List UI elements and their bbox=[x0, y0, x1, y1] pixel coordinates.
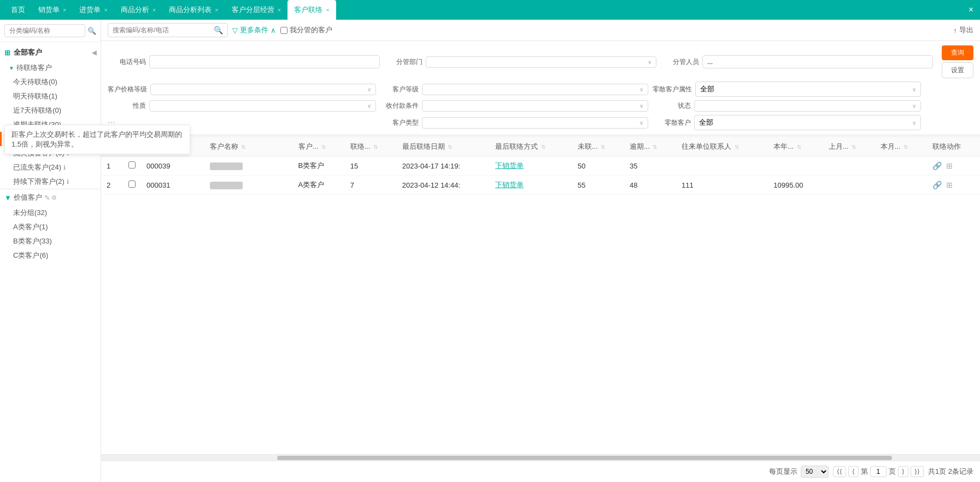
customer-name-blurred bbox=[210, 182, 243, 189]
tab-close-icon[interactable]: × bbox=[215, 7, 218, 13]
price-level-select[interactable]: ∨ bbox=[150, 84, 376, 95]
last-page-button[interactable]: ⟩⟩ bbox=[911, 466, 924, 477]
filter-nature: 性质 ∨ bbox=[108, 100, 376, 112]
cell-level: B类客户 bbox=[293, 156, 345, 176]
page-number-input[interactable] bbox=[870, 466, 887, 477]
col-last-contact-type[interactable]: 最后联络方式 ⇅ bbox=[490, 137, 572, 156]
cell-last-contact-type[interactable]: 下销货单 bbox=[490, 176, 572, 195]
col-contact-count[interactable]: 联络... ⇅ bbox=[345, 137, 397, 156]
main-search-input[interactable] bbox=[113, 26, 214, 34]
cell-code: 000039 bbox=[141, 156, 204, 176]
sidebar-item-c-class[interactable]: C类客户(6) bbox=[0, 248, 101, 263]
sidebar-item-b-class[interactable]: B类客户(33) bbox=[0, 234, 101, 248]
cell-contact-count: 7 bbox=[345, 176, 397, 195]
tab-close-icon[interactable]: × bbox=[63, 7, 66, 13]
col-unpaid[interactable]: 未联... ⇅ bbox=[572, 137, 624, 156]
tooltip-popup: 距客户上次交易时长，超过了此客户的平均交易周期的1.5倍，则视为异常。 bbox=[101, 125, 190, 154]
query-button[interactable]: 查询 bbox=[942, 45, 973, 60]
settings-button[interactable]: 设置 bbox=[942, 62, 973, 78]
retail-customer-select[interactable]: 全部 ∨ bbox=[694, 115, 921, 130]
sidebar-search-input[interactable] bbox=[4, 24, 85, 37]
status-select[interactable]: ∨ bbox=[694, 100, 921, 112]
grid-action-icon[interactable]: ⊞ bbox=[946, 181, 953, 189]
customer-name-blurred bbox=[210, 162, 243, 170]
sidebar-pending-group[interactable]: ▼ 待联络客户 bbox=[0, 61, 101, 75]
col-overdue[interactable]: 逾期... ⇅ bbox=[624, 137, 676, 156]
scrollbar-thumb[interactable] bbox=[277, 456, 893, 460]
sidebar-item-churned[interactable]: 已流失客户(24) ℹ bbox=[0, 160, 101, 175]
next-page-button[interactable]: ⟩ bbox=[898, 466, 908, 477]
sidebar-item-7day-pending[interactable]: 近7天待联络(0) bbox=[0, 103, 101, 118]
more-conditions-btn[interactable]: ▽ 更多条件 ∧ bbox=[232, 25, 276, 35]
horizontal-scrollbar[interactable] bbox=[101, 454, 980, 461]
cell-level: A类客户 bbox=[293, 176, 345, 195]
cell-index: 2 bbox=[101, 176, 123, 195]
cell-last-contact-type[interactable]: 下销货单 bbox=[490, 156, 572, 176]
search-icon[interactable]: 🔍 bbox=[214, 26, 223, 34]
chevron-down-icon: ∨ bbox=[367, 103, 371, 109]
export-button[interactable]: ↑ 导出 bbox=[954, 25, 974, 35]
row-checkbox[interactable] bbox=[128, 161, 136, 169]
tab-customer-segmentation[interactable]: 客户分层经营 × bbox=[225, 0, 287, 20]
tab-close-icon[interactable]: × bbox=[326, 7, 329, 13]
tab-close-icon[interactable]: × bbox=[104, 7, 107, 13]
link-action-icon[interactable]: 🔗 bbox=[932, 181, 942, 189]
tab-close-icon[interactable]: × bbox=[278, 7, 281, 13]
sidebar-search-icon[interactable]: 🔍 bbox=[87, 27, 96, 35]
row-checkbox[interactable] bbox=[128, 181, 136, 188]
col-this-year[interactable]: 本年... ⇅ bbox=[768, 137, 823, 156]
per-page-selector: 每页显示 50 100 200 bbox=[769, 466, 829, 478]
manager-input[interactable] bbox=[702, 55, 933, 68]
filter-phone: 电话号码 bbox=[108, 55, 380, 68]
grid-action-icon[interactable]: ⊞ bbox=[946, 161, 953, 170]
sort-icon: ⇅ bbox=[373, 144, 378, 150]
my-customers-checkbox[interactable] bbox=[280, 27, 287, 34]
col-last-contact-date[interactable]: 最后联络日期 ⇅ bbox=[397, 137, 490, 156]
tab-purchase-order[interactable]: 进货单 × bbox=[73, 0, 114, 20]
collapse-icon[interactable]: ◀ bbox=[92, 49, 96, 56]
last-contact-type-link[interactable]: 下销货单 bbox=[495, 161, 524, 170]
filter-bar: 🔍 ▽ 更多条件 ∧ 我分管的客户 ↑ 导出 bbox=[101, 20, 980, 41]
edit-icon[interactable]: ✎ bbox=[44, 194, 50, 202]
sidebar-item-today-pending[interactable]: 今天待联络(0) bbox=[0, 75, 101, 89]
col-name[interactable]: 客户名称 ⇅ bbox=[204, 137, 293, 156]
tab-sales-order[interactable]: 销货单 × bbox=[32, 0, 73, 20]
sidebar-item-tomorrow-pending[interactable]: 明天待联络(1) bbox=[0, 89, 101, 103]
chevron-down-icon: ∧ bbox=[271, 26, 276, 34]
tab-home[interactable]: 首页 bbox=[4, 0, 32, 20]
link-action-icon[interactable]: 🔗 bbox=[932, 161, 942, 170]
prev-page-button[interactable]: ⟨ bbox=[848, 466, 859, 477]
sidebar-item-a-class[interactable]: A类客户(1) bbox=[0, 220, 101, 234]
phone-input[interactable] bbox=[149, 55, 380, 68]
table-wrapper[interactable]: ⚙ 客户编码 ⇅ 客户名称 ⇅ bbox=[101, 137, 980, 454]
customer-level-select[interactable]: ∨ bbox=[422, 84, 649, 95]
per-page-select[interactable]: 50 100 200 bbox=[801, 466, 829, 478]
my-customers-checkbox-wrap: 我分管的客户 bbox=[280, 25, 332, 35]
tab-customer-contact[interactable]: 客户联络 × bbox=[287, 0, 336, 20]
first-page-button[interactable]: ⟨⟨ bbox=[833, 466, 846, 477]
col-last-month[interactable]: 上月... ⇅ bbox=[823, 137, 875, 156]
sidebar-item-declining[interactable]: 持续下滑客户(2) ℹ bbox=[0, 175, 101, 189]
filter-retail-attr: 零散客户属性 全部 ∨ bbox=[653, 82, 921, 97]
chevron-down-icon: ∨ bbox=[912, 103, 916, 109]
retail-attr-select[interactable]: 全部 ∨ bbox=[695, 82, 921, 97]
payment-terms-select[interactable]: ∨ bbox=[422, 100, 649, 112]
cell-unpaid: 50 bbox=[572, 156, 624, 176]
tab-product-analysis[interactable]: 商品分析 × bbox=[114, 0, 162, 20]
col-level[interactable]: 客户... ⇅ bbox=[293, 137, 345, 156]
settings-small-icon[interactable]: ⚙ bbox=[51, 194, 57, 201]
sidebar-item-ungrouped[interactable]: 未分组(32) bbox=[0, 206, 101, 220]
col-this-month[interactable]: 本月... ⇅ bbox=[875, 137, 927, 156]
nature-select[interactable]: ∨ bbox=[149, 100, 376, 112]
tab-product-analysis-list[interactable]: 商品分析列表 × bbox=[162, 0, 225, 20]
cell-action: 🔗 ⊞ bbox=[927, 156, 980, 176]
col-contacts[interactable]: 往来单位联系人 ⇅ bbox=[676, 137, 768, 156]
last-contact-type-link[interactable]: 下销货单 bbox=[495, 181, 524, 189]
customer-type-select[interactable]: ∨ bbox=[422, 117, 649, 129]
sidebar-all-customers[interactable]: ⊞ 全部客户 ◀ bbox=[0, 44, 101, 61]
tab-close-icon[interactable]: × bbox=[152, 7, 156, 13]
sort-icon: ⇅ bbox=[852, 144, 856, 150]
cell-checkbox bbox=[123, 176, 141, 195]
dept-select[interactable]: ∨ bbox=[426, 56, 656, 68]
close-all-tabs-button[interactable]: × bbox=[969, 5, 973, 15]
